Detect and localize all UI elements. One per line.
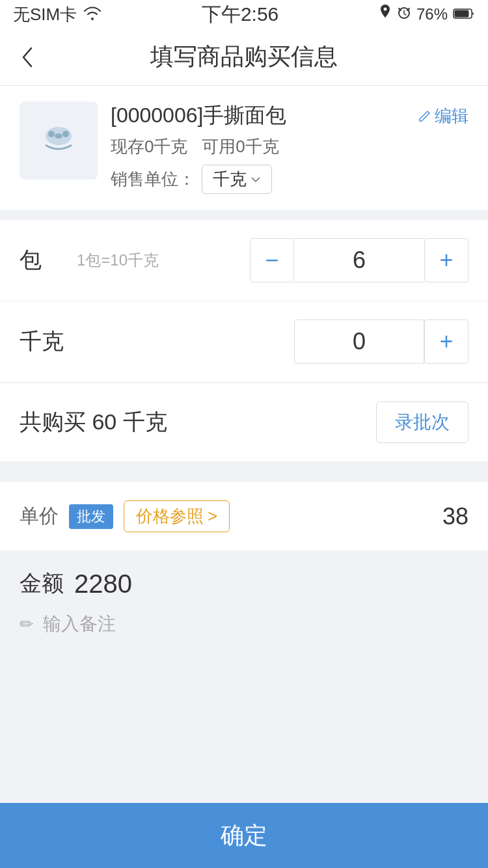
svg-point-5 [62, 131, 69, 137]
battery-text: 76% [416, 5, 448, 23]
svg-point-6 [55, 133, 62, 139]
amount-label: 金额 [20, 569, 64, 599]
product-image [20, 102, 98, 180]
bag-minus-button[interactable]: − [250, 238, 294, 282]
amount-section: 金额 2280 ✏ 输入备注 [0, 550, 488, 644]
kg-qty-controls: + [294, 319, 468, 364]
product-card: [0000006]手撕面包 编辑 现存0千克 可用0千克 销售单位： 千克 [0, 86, 488, 210]
price-section: 单价 批发 价格参照 > 38 [0, 482, 488, 550]
status-right: 76% [379, 5, 475, 24]
bag-qty-input[interactable] [294, 238, 424, 282]
unit-dropdown[interactable]: 千克 [202, 165, 272, 194]
back-button[interactable] [20, 44, 35, 70]
price-value: 38 [442, 503, 468, 530]
product-stock: 现存0千克 可用0千克 [111, 135, 468, 158]
status-time: 下午2:56 [202, 1, 278, 28]
confirm-button[interactable]: 确定 [0, 803, 488, 868]
product-name: [0000006]手撕面包 [111, 102, 286, 130]
price-tag: 批发 [69, 504, 113, 529]
bag-section: 包 1包=10千克 − + 千克 + 共购买 60 千克 [0, 220, 488, 461]
amount-row: 金额 2280 [20, 569, 468, 599]
location-icon [379, 5, 392, 24]
kg-label: 千克 [20, 327, 72, 357]
price-label: 单价 [20, 503, 59, 530]
battery-icon [453, 5, 475, 23]
kg-qty-row: 千克 + [0, 301, 488, 383]
product-unit-row: 销售单位： 千克 [111, 165, 468, 194]
svg-rect-2 [454, 10, 468, 18]
spacer [0, 644, 488, 803]
svg-point-4 [48, 131, 55, 137]
remark-placeholder: 输入备注 [43, 612, 116, 636]
status-left: 无SIM卡 [13, 3, 102, 26]
nav-bar: 填写商品购买信息 [0, 29, 488, 86]
summary-text: 共购买 60 千克 [20, 407, 376, 437]
content-area: [0000006]手撕面包 编辑 现存0千克 可用0千克 销售单位： 千克 [0, 86, 488, 803]
bag-label: 包 [20, 245, 72, 275]
carrier-text: 无SIM卡 [13, 3, 77, 26]
remark-icon: ✏ [20, 614, 34, 634]
wifi-icon [83, 5, 102, 25]
amount-value: 2280 [74, 569, 132, 599]
status-bar: 无SIM卡 下午2:56 76% [0, 0, 488, 29]
alarm-icon [397, 5, 411, 23]
edit-button[interactable]: 编辑 [418, 105, 468, 128]
bag-qty-controls: − + [250, 238, 468, 282]
remark-row[interactable]: ✏ 输入备注 [20, 612, 468, 636]
summary-row: 共购买 60 千克 录批次 [0, 383, 488, 461]
price-row: 单价 批发 价格参照 > 38 [20, 500, 468, 532]
product-info: [0000006]手撕面包 编辑 现存0千克 可用0千克 销售单位： 千克 [111, 102, 468, 194]
bag-plus-button[interactable]: + [424, 238, 468, 282]
bag-hint: 1包=10千克 [77, 250, 250, 271]
kg-plus-button[interactable]: + [424, 319, 468, 364]
kg-qty-input[interactable] [294, 319, 424, 364]
price-ref-button[interactable]: 价格参照 > [124, 500, 230, 532]
batch-button[interactable]: 录批次 [376, 401, 468, 443]
page-title: 填写商品购买信息 [150, 41, 338, 73]
bag-qty-row: 包 1包=10千克 − + [0, 220, 488, 301]
